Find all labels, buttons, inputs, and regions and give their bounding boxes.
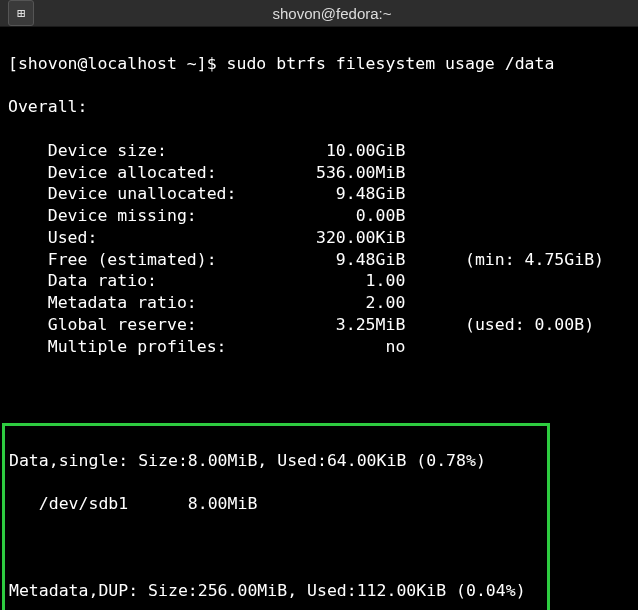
data-device: /dev/sdb1 8.00MiB: [9, 493, 543, 515]
blank-line: [9, 537, 543, 559]
blank-line: [8, 379, 630, 401]
overall-row: Multiple profiles: no: [8, 336, 630, 358]
titlebar: ⊞ shovon@fedora:~: [0, 0, 638, 27]
overall-row: Metadata ratio: 2.00: [8, 292, 630, 314]
overall-row: Global reserve: 3.25MiB (used: 0.00B): [8, 314, 630, 336]
metadata-summary: Metadata,DUP: Size:256.00MiB, Used:112.0…: [9, 580, 543, 602]
overall-row: Device unallocated: 9.48GiB: [8, 183, 630, 205]
prompt-line: [shovon@localhost ~]$ sudo btrfs filesys…: [8, 53, 630, 75]
overall-header: Overall:: [8, 96, 630, 118]
overall-rows: Device size: 10.00GiB Device allocated: …: [8, 140, 630, 358]
overall-row: Free (estimated): 9.48GiB (min: 4.75GiB): [8, 249, 630, 271]
new-tab-button[interactable]: ⊞: [8, 0, 34, 26]
overall-row: Device size: 10.00GiB: [8, 140, 630, 162]
window-title: shovon@fedora:~: [34, 5, 630, 22]
highlighted-section: Data,single: Size:8.00MiB, Used:64.00KiB…: [2, 423, 550, 610]
overall-row: Device missing: 0.00B: [8, 205, 630, 227]
terminal-window: ⊞ shovon@fedora:~ [shovon@localhost ~]$ …: [0, 0, 638, 610]
plus-icon: ⊞: [17, 5, 25, 21]
overall-row: Device allocated: 536.00MiB: [8, 162, 630, 184]
data-summary: Data,single: Size:8.00MiB, Used:64.00KiB…: [9, 450, 543, 472]
overall-row: Data ratio: 1.00: [8, 270, 630, 292]
overall-row: Used: 320.00KiB: [8, 227, 630, 249]
terminal-output[interactable]: [shovon@localhost ~]$ sudo btrfs filesys…: [0, 27, 638, 610]
